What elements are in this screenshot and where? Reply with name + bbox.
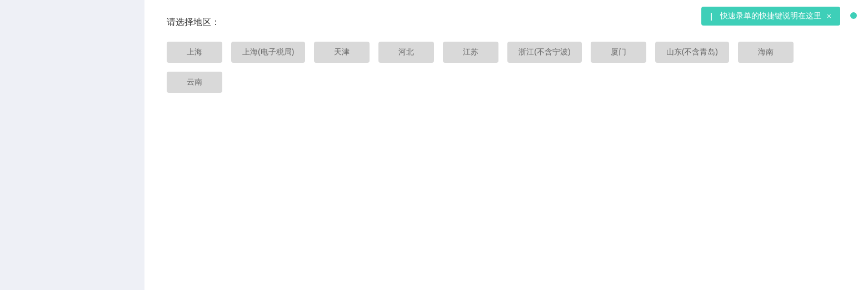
region-button-3[interactable]: 河北 (378, 42, 434, 63)
region-button-6[interactable]: 厦门 (591, 42, 646, 63)
region-button-1[interactable]: 上海(电子税局) (231, 42, 305, 63)
main-content: 请选择地区： 上海上海(电子税局)天津河北江苏浙江(不含宁波)厦门山东(不含青岛… (144, 0, 868, 290)
region-button-9[interactable]: 云南 (167, 72, 222, 93)
region-button-2[interactable]: 天津 (314, 42, 370, 63)
sidebar (0, 0, 144, 290)
tooltip-banner: 快速录单的快捷键说明在这里 × (701, 7, 840, 26)
region-buttons-container: 上海上海(电子税局)天津河北江苏浙江(不含宁波)厦门山东(不含青岛)海南云南 (167, 42, 846, 93)
region-button-5[interactable]: 浙江(不含宁波) (507, 42, 581, 63)
tooltip-text: 快速录单的快捷键说明在这里 (720, 11, 821, 21)
region-button-0[interactable]: 上海 (167, 42, 222, 63)
region-button-7[interactable]: 山东(不含青岛) (655, 42, 729, 63)
region-button-8[interactable]: 海南 (738, 42, 794, 63)
dot-indicator (850, 12, 857, 19)
tooltip-close-button[interactable]: × (827, 12, 831, 21)
region-button-4[interactable]: 江苏 (443, 42, 498, 63)
